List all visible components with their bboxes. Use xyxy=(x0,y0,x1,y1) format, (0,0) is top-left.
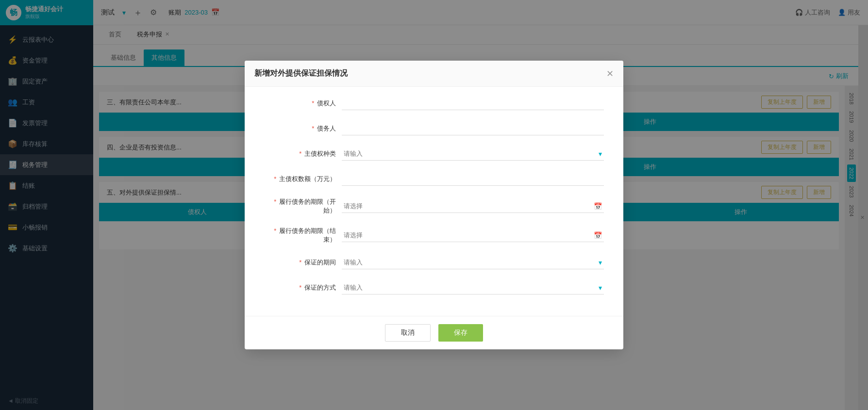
start-date-calendar-icon[interactable]: 📅 xyxy=(594,202,604,210)
cancel-button[interactable]: 取消 xyxy=(385,324,431,342)
end-date-wrap: 📅 xyxy=(342,229,604,242)
debtor-input[interactable] xyxy=(342,122,604,135)
guarantee-period-label: * 保证的期间 xyxy=(264,258,342,267)
form-row-guarantee-method: * 保证的方式 ▾ xyxy=(264,281,604,295)
form-row-debt-amount: * 主债权数额（万元） xyxy=(264,172,604,186)
end-date-label: * 履行债务的期限（结束） xyxy=(264,227,342,244)
creditor-input[interactable] xyxy=(342,97,604,110)
form-row-debt-type: * 主债权种类 ▾ xyxy=(264,147,604,161)
start-date-input[interactable] xyxy=(342,199,594,213)
debt-type-label: * 主债权种类 xyxy=(264,149,342,158)
debt-type-input[interactable] xyxy=(342,147,599,160)
dialog-body: * 债权人 * 债务人 * 主债权种类 xyxy=(245,87,623,316)
debt-amount-input[interactable] xyxy=(342,172,604,186)
start-date-label: * 履行债务的期限（开始） xyxy=(264,197,342,215)
guarantee-period-select-wrap: ▾ xyxy=(342,256,604,269)
dialog-close-icon[interactable]: ✕ xyxy=(606,69,614,78)
form-row-start-date: * 履行债务的期限（开始） 📅 xyxy=(264,197,604,215)
end-date-calendar-icon[interactable]: 📅 xyxy=(594,231,604,239)
save-button[interactable]: 保存 xyxy=(438,324,483,342)
guarantee-method-input[interactable] xyxy=(342,281,599,294)
dialog-header: 新增对外提供保证担保情况 ✕ xyxy=(245,61,623,87)
guarantee-method-select-wrap: ▾ xyxy=(342,281,604,295)
creditor-label: * 债权人 xyxy=(264,99,342,108)
guarantee-method-label: * 保证的方式 xyxy=(264,283,342,292)
end-date-input[interactable] xyxy=(342,229,594,242)
form-row-creditor: * 债权人 xyxy=(264,97,604,110)
modal-overlay: 新增对外提供保证担保情况 ✕ * 债权人 * 债务人 xyxy=(0,0,868,410)
debtor-label: * 债务人 xyxy=(264,124,342,133)
start-date-wrap: 📅 xyxy=(342,199,604,213)
form-row-guarantee-period: * 保证的期间 ▾ xyxy=(264,256,604,269)
dialog-title: 新增对外提供保证担保情况 xyxy=(254,68,348,79)
debt-type-select-wrap: ▾ xyxy=(342,147,604,161)
form-row-end-date: * 履行债务的期限（结束） 📅 xyxy=(264,227,604,244)
guarantee-period-input[interactable] xyxy=(342,256,599,269)
form-row-debtor: * 债务人 xyxy=(264,122,604,135)
debt-type-arrow-icon[interactable]: ▾ xyxy=(599,150,604,158)
guarantee-method-arrow-icon[interactable]: ▾ xyxy=(599,284,604,292)
debt-amount-label: * 主债权数额（万元） xyxy=(264,175,342,183)
dialog-footer: 取消 保存 xyxy=(245,316,623,349)
guarantee-period-arrow-icon[interactable]: ▾ xyxy=(599,259,604,266)
dialog: 新增对外提供保证担保情况 ✕ * 债权人 * 债务人 xyxy=(245,61,623,349)
